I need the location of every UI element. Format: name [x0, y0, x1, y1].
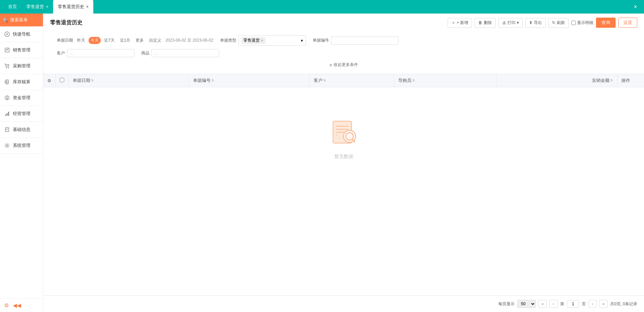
sidebar-item-business-mgmt[interactable]: 经营管理 — [0, 106, 43, 122]
sidebar-item-quick-nav[interactable]: 快捷导航 — [0, 26, 43, 42]
sidebar-item-inventory[interactable]: 库存核算 — [0, 74, 43, 90]
type-dropdown-icon: ▾ — [301, 38, 303, 43]
collapse-filter-row[interactable]: ∧ 收起更多条件 — [57, 61, 630, 70]
filter-goods: 商品 ... — [141, 49, 219, 57]
sidebar-item-sys-mgmt[interactable]: 系统管理 — [0, 138, 43, 154]
date-opt-custom[interactable]: 自定义 — [147, 37, 163, 44]
page-title-row: 零售退货历史 ＋ + 新增 🗑 删除 🖨 打印 ▾ — [50, 18, 637, 28]
last-page-icon: » — [602, 302, 605, 306]
toolbar: ＋ + 新增 🗑 删除 🖨 打印 ▾ ⬆ 导出 — [448, 18, 637, 28]
svg-point-11 — [6, 145, 8, 147]
sidebar-item-finance-mgmt[interactable]: 资金管理 — [0, 90, 43, 106]
filter-row-1: 单据日期 昨天 今天 近7天 近1月 更多 自定义 2023-06-02 至 2… — [57, 35, 630, 46]
sort-customer-icon: ⇅ — [323, 79, 326, 82]
tab-retail-return[interactable]: 零售退货 × — [22, 0, 53, 14]
quick-nav-icon — [4, 31, 10, 37]
type-tag-close[interactable]: × — [261, 38, 263, 43]
sidebar-item-basic-info[interactable]: 基础信息 — [0, 122, 43, 138]
filter-customer: 客户 ... — [57, 49, 135, 57]
page-size-label: 每页显示 — [498, 301, 515, 307]
print-button[interactable]: 🖨 打印 ▾ — [498, 18, 523, 28]
date-opt-7days[interactable]: 近7天 — [102, 37, 117, 44]
filter-type: 单据类型 零售退货 × ▾ — [220, 35, 306, 46]
empty-text: 暂无数据 — [334, 154, 353, 160]
sidebar-item-sales-label: 销售管理 — [13, 47, 30, 53]
empty-state: 暂无数据 — [43, 87, 644, 187]
sidebar-item-sales-mgmt[interactable]: 销售管理 — [0, 42, 43, 58]
show-detail-checkbox[interactable] — [571, 21, 576, 25]
first-page-icon: « — [542, 302, 544, 306]
sort-guide[interactable]: 导购员 ⇅ — [398, 77, 492, 84]
add-button[interactable]: ＋ + 新增 — [448, 18, 472, 28]
collapse-label: 收起更多条件 — [334, 62, 358, 68]
next-page-button[interactable]: › — [589, 300, 597, 308]
basic-info-icon — [4, 127, 10, 133]
tab-retail-return-history[interactable]: 零售退货历史 × — [53, 0, 93, 14]
sort-customer[interactable]: 客户 ⇅ — [314, 77, 390, 84]
tab-retail-return-history-label: 零售退货历史 — [58, 4, 84, 10]
refresh-button[interactable]: ↻ 刷新 — [548, 18, 569, 28]
date-opt-yesterday[interactable]: 昨天 — [75, 37, 87, 44]
customer-filter-select[interactable]: ... — [67, 49, 135, 57]
sort-date-icon: ⇅ — [91, 79, 94, 82]
first-page-button[interactable]: « — [539, 300, 547, 308]
date-opt-today[interactable]: 今天 — [89, 37, 101, 44]
selected-type-tag: 零售退货 × — [241, 37, 265, 44]
data-table: ⚙ 单据日期 ⇅ 单据编号 — [43, 74, 644, 87]
th-date-label: 单据日期 — [73, 77, 90, 84]
column-settings-icon[interactable]: ⚙ — [47, 78, 51, 83]
tab-retail-return-label: 零售退货 — [26, 4, 44, 10]
th-settings: ⚙ — [43, 74, 56, 87]
setting-button[interactable]: 设置 — [618, 18, 637, 28]
add-label: + 新增 — [457, 20, 468, 26]
query-button[interactable]: 查询 — [596, 18, 616, 28]
sidebar-item-purchase-mgmt[interactable]: 采购管理 — [0, 58, 43, 74]
page-number-input[interactable] — [567, 300, 579, 308]
sidebar: 🔍 搜索菜单 快捷导航 销售管理 — [0, 14, 43, 312]
customer-filter-label: 客户 — [57, 50, 65, 56]
date-opt-1month[interactable]: 近1月 — [118, 37, 133, 44]
setting-label: 设置 — [623, 20, 632, 25]
close-window-button[interactable]: × — [631, 3, 640, 10]
last-page-button[interactable]: » — [599, 300, 607, 308]
speaker-button[interactable]: ◀◀ — [13, 302, 21, 309]
print-icon: 🖨 — [502, 20, 506, 25]
th-voucher: 单据编号 ⇅ — [189, 74, 309, 87]
next-page-icon: › — [592, 302, 593, 306]
sidebar-item-business-label: 经营管理 — [13, 111, 30, 117]
filter-row-2: 客户 ... 商品 ... — [57, 49, 630, 57]
sort-amount[interactable]: 实销金额 ⇅ — [501, 77, 613, 84]
sidebar-item-finance-label: 资金管理 — [13, 95, 30, 101]
sort-voucher[interactable]: 单据编号 ⇅ — [193, 77, 305, 84]
type-filter-select[interactable]: 零售退货 × ▾ — [238, 35, 306, 46]
page-size-select[interactable]: 50 20 100 — [517, 300, 536, 308]
inventory-icon — [4, 79, 10, 85]
page-title: 零售退货历史 — [50, 19, 82, 26]
tab-home[interactable]: 首页 — [3, 0, 22, 14]
select-all-checkbox[interactable] — [60, 78, 64, 82]
voucher-filter-input[interactable] — [331, 37, 399, 45]
th-action-label: 操作 — [621, 78, 630, 83]
sort-date[interactable]: 单据日期 ⇅ — [73, 77, 185, 84]
delete-button[interactable]: 🗑 删除 — [475, 18, 496, 28]
type-filter-label: 单据类型 — [220, 38, 236, 43]
sys-mgmt-icon — [4, 142, 10, 149]
goods-filter-select[interactable]: ... — [151, 49, 219, 57]
svg-rect-10 — [5, 128, 9, 132]
prev-page-button[interactable]: ‹ — [549, 300, 557, 308]
sidebar-search[interactable]: 🔍 搜索菜单 — [0, 14, 43, 26]
delete-label: 删除 — [484, 20, 492, 26]
tab-retail-return-history-close[interactable]: × — [86, 4, 89, 9]
date-opt-more[interactable]: 更多 — [134, 37, 146, 44]
filter-date: 单据日期 昨天 今天 近7天 近1月 更多 自定义 2023-06-02 至 2… — [57, 37, 213, 44]
th-amount: 实销金额 ⇅ — [497, 74, 617, 87]
th-customer: 客户 ⇅ — [309, 74, 394, 87]
tab-retail-return-close[interactable]: × — [46, 4, 48, 9]
gear-button[interactable]: ⚙ — [4, 302, 9, 309]
export-button[interactable]: ⬆ 导出 — [525, 18, 546, 28]
print-label: 打印 — [507, 20, 516, 26]
sidebar-bottom: ⚙ ◀◀ — [0, 298, 43, 312]
table-header-row: ⚙ 单据日期 ⇅ 单据编号 — [43, 74, 644, 87]
show-detail-toggle[interactable]: 显示明细 — [571, 20, 593, 26]
date-filter-label: 单据日期 — [57, 38, 73, 43]
